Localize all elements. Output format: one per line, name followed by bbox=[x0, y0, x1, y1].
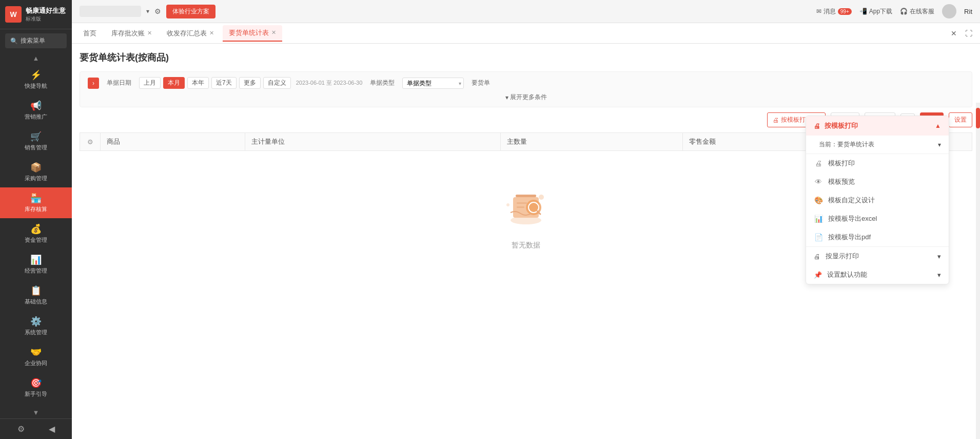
export-pdf-icon: 📄 bbox=[814, 233, 823, 241]
purchase-icon: 📦 bbox=[30, 162, 42, 173]
sidebar-item-basic[interactable]: 📋 基础信息 bbox=[0, 280, 72, 311]
sidebar-item-label: 营销推广 bbox=[25, 113, 47, 121]
current-template-row[interactable]: 当前：要货单统计表 ▾ bbox=[806, 136, 949, 154]
topbar-search-input[interactable] bbox=[80, 6, 141, 17]
sidebar-item-quick-nav[interactable]: ⚡ 快捷导航 bbox=[0, 64, 72, 95]
template-preview-label: 模板预览 bbox=[828, 177, 855, 186]
sidebar-item-label: 新手引导 bbox=[25, 390, 47, 398]
tab-home[interactable]: 首页 bbox=[77, 26, 103, 41]
main-area: ▾ ⚙ 体验行业方案 ✉ 消息 99+ 📲 App下载 🎧 在线客服 Rit 首… bbox=[72, 0, 980, 439]
quick-nav-icon: ⚡ bbox=[30, 69, 42, 81]
search-icon: 🔍 bbox=[10, 37, 18, 45]
sidebar-item-guide[interactable]: 🎯 新手引导 bbox=[0, 372, 72, 403]
column-settings-icon[interactable]: ⚙ bbox=[87, 138, 93, 146]
logo-icon: W bbox=[5, 6, 22, 23]
filter-row-1: › 单据日期 上月 本月 本年 近7天 更多 自定义 2023-06-01 至 … bbox=[88, 77, 964, 89]
date-btn-more[interactable]: 更多 bbox=[239, 77, 261, 89]
printer-icon: 🖨 bbox=[773, 117, 779, 124]
messages-button[interactable]: ✉ 消息 99+ bbox=[816, 7, 852, 16]
date-btn-7days[interactable]: 近7天 bbox=[211, 77, 237, 89]
search-menu-button[interactable]: 🔍 搜索菜单 bbox=[5, 33, 67, 48]
topbar-gear-icon[interactable]: ⚙ bbox=[154, 7, 161, 15]
order-type-select[interactable]: 单据类型 bbox=[402, 78, 464, 89]
settings-button[interactable]: 设置 bbox=[949, 112, 972, 127]
sidebar-scroll-down[interactable]: ▼ bbox=[0, 407, 72, 418]
tab-order-stats-label: 要货单统计表 bbox=[229, 28, 269, 37]
sidebar-item-system[interactable]: ⚙️ 系统管理 bbox=[0, 311, 72, 341]
app-logo: W 畅康通好生意 标准版 bbox=[0, 0, 72, 29]
sidebar-item-label: 企业协同 bbox=[25, 359, 47, 367]
sidebar-item-appstore[interactable]: 📱 应用中心 bbox=[0, 403, 72, 407]
expand-more-container: ▾ 展开更多条件 bbox=[88, 93, 964, 102]
template-preview-icon: 👁 bbox=[814, 178, 823, 186]
sidebar-item-purchase[interactable]: 📦 采购管理 bbox=[0, 157, 72, 187]
print-dropdown-header[interactable]: 🖨 按模板打印 ▲ bbox=[806, 116, 949, 136]
date-filter-label: 单据日期 bbox=[107, 79, 131, 87]
settings-bottom-button[interactable]: ⚙ bbox=[17, 424, 25, 434]
window-maximize-button[interactable]: ⛶ bbox=[963, 27, 975, 40]
export-pdf-label: 按模板导出pdf bbox=[828, 233, 871, 242]
sidebar-item-label: 快捷导航 bbox=[25, 82, 47, 90]
page-title: 要货单统计表(按商品) bbox=[80, 51, 972, 64]
dropdown-item-template-print[interactable]: 🖨 模板打印 bbox=[806, 154, 949, 173]
inventory-icon: 🏪 bbox=[30, 193, 42, 204]
guide-icon: 🎯 bbox=[30, 377, 42, 389]
dropdown-item-template-custom[interactable]: 🎨 模板自定义设计 bbox=[806, 191, 949, 209]
right-scrollbar[interactable] bbox=[976, 103, 980, 439]
tab-batch-account[interactable]: 库存批次账 ✕ bbox=[105, 26, 158, 41]
sidebar-item-cooperation[interactable]: 🤝 企业协同 bbox=[0, 341, 72, 372]
online-service-label: 在线客服 bbox=[910, 7, 934, 16]
current-template-chevron-icon: ▾ bbox=[938, 141, 941, 148]
dropdown-item-export-excel[interactable]: 📊 按模板导出excel bbox=[806, 209, 949, 228]
col-settings[interactable]: ⚙ bbox=[80, 133, 101, 151]
filter-expand-toggle[interactable]: › bbox=[88, 78, 99, 89]
window-buttons: ✕ ⛶ bbox=[948, 27, 975, 40]
sidebar-item-label: 销售管理 bbox=[25, 144, 47, 151]
tab-receipt-summary[interactable]: 收发存汇总表 ✕ bbox=[161, 26, 220, 41]
print-dropdown-title: 按模板打印 bbox=[825, 121, 858, 130]
app-download-button[interactable]: 📲 App下载 bbox=[859, 7, 892, 16]
message-icon: ✉ bbox=[816, 8, 821, 15]
tab-order-stats-close[interactable]: ✕ bbox=[271, 29, 276, 36]
sidebar-item-inventory[interactable]: 🏪 库存核算 bbox=[0, 187, 72, 218]
sidebar: W 畅康通好生意 标准版 🔍 搜索菜单 ▲ ⚡ 快捷导航 📢 营销推广 🛒 销售… bbox=[0, 0, 72, 439]
topbar-right: ✉ 消息 99+ 📲 App下载 🎧 在线客服 Rit bbox=[816, 4, 972, 18]
expand-more-button[interactable]: ▾ 展开更多条件 bbox=[505, 93, 547, 102]
date-btn-last-month[interactable]: 上月 bbox=[139, 77, 161, 89]
order-goods-label: 要货单 bbox=[472, 79, 490, 87]
online-service-button[interactable]: 🎧 在线客服 bbox=[900, 7, 934, 16]
dropdown-item-export-pdf[interactable]: 📄 按模板导出pdf bbox=[806, 228, 949, 246]
user-avatar[interactable] bbox=[942, 4, 956, 18]
date-btn-this-year[interactable]: 本年 bbox=[187, 77, 209, 89]
trial-industry-button[interactable]: 体验行业方案 bbox=[166, 5, 215, 18]
date-btn-custom[interactable]: 自定义 bbox=[263, 77, 291, 89]
sidebar-item-operations[interactable]: 📊 经营管理 bbox=[0, 249, 72, 280]
app-name: 畅康通好生意 bbox=[26, 7, 66, 15]
page-content: 要货单统计表(按商品) › 单据日期 上月 本月 本年 近7天 更多 自定义 2… bbox=[72, 44, 980, 439]
tab-receipt-summary-close[interactable]: ✕ bbox=[209, 30, 214, 36]
tab-batch-account-label: 库存批次账 bbox=[111, 29, 145, 38]
svg-rect-2 bbox=[516, 195, 536, 197]
dropdown-item-template-preview[interactable]: 👁 模板预览 bbox=[806, 173, 949, 191]
sidebar-item-finance[interactable]: 💰 资金管理 bbox=[0, 218, 72, 249]
tab-batch-account-close[interactable]: ✕ bbox=[147, 30, 152, 36]
sidebar-nav: ⚡ 快捷导航 📢 营销推广 🛒 销售管理 📦 采购管理 🏪 库存核算 💰 资金管… bbox=[0, 64, 72, 407]
scrollbar-thumb bbox=[976, 108, 980, 128]
date-btn-this-month[interactable]: 本月 bbox=[163, 77, 185, 89]
sidebar-item-marketing[interactable]: 📢 营销推广 bbox=[0, 95, 72, 126]
window-close-button[interactable]: ✕ bbox=[948, 27, 960, 40]
cooperation-icon: 🤝 bbox=[30, 347, 42, 358]
sidebar-item-label: 经营管理 bbox=[25, 267, 47, 275]
current-template-label: 当前：要货单统计表 bbox=[819, 140, 874, 149]
user-name: Rit bbox=[964, 8, 972, 15]
sidebar-scroll-up[interactable]: ▲ bbox=[0, 52, 72, 64]
svg-rect-7 bbox=[517, 206, 524, 208]
template-print-label: 模板打印 bbox=[828, 159, 855, 168]
default-func-label: 设置默认功能 bbox=[827, 270, 867, 279]
sidebar-item-sales[interactable]: 🛒 销售管理 bbox=[0, 126, 72, 157]
tab-order-stats[interactable]: 要货单统计表 ✕ bbox=[223, 25, 282, 42]
dropdown-item-display-print[interactable]: 🖨 按显示打印 ▾ bbox=[806, 247, 949, 265]
topbar-dropdown-button[interactable]: ▾ bbox=[146, 8, 149, 15]
collapse-sidebar-button[interactable]: ◀ bbox=[49, 424, 55, 434]
dropdown-item-default-func[interactable]: 📌 设置默认功能 ▾ bbox=[806, 265, 949, 284]
